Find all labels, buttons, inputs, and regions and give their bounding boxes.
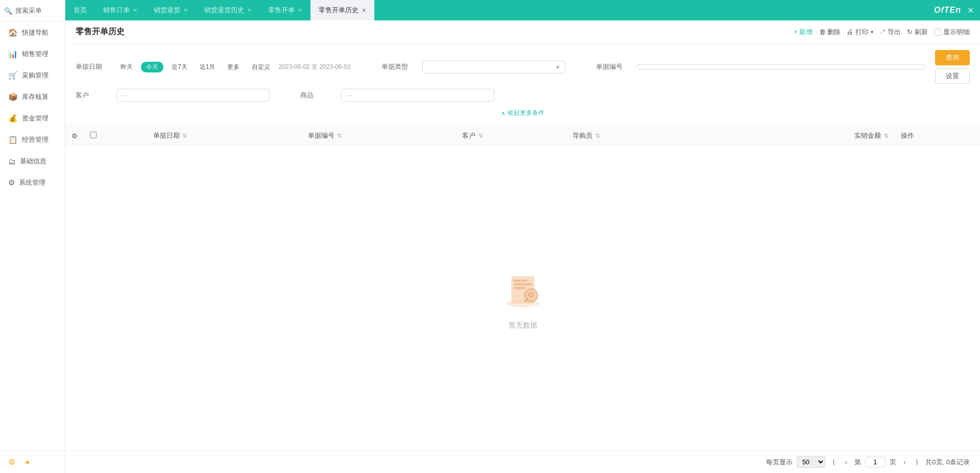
search-menu[interactable]: 🔍 搜索采单	[0, 0, 65, 22]
number-filter-input[interactable]	[637, 64, 925, 69]
total-label: 共0页, 0条记录	[925, 458, 970, 467]
prev-page-btn[interactable]: ‹	[842, 457, 850, 467]
query-button[interactable]: 查询	[935, 50, 970, 65]
tab-sales-order[interactable]: 销售订单✕	[95, 0, 146, 20]
display-detail-label: 显示明细	[943, 28, 970, 37]
collapse-filter-btn[interactable]: ∧ 收起更多条件	[76, 107, 970, 119]
goods-filter-input[interactable]: ···	[341, 89, 494, 102]
operations-icon: 📋	[8, 135, 18, 144]
sidebar-item-basic-info[interactable]: 🗂基础信息	[0, 151, 65, 172]
pagination: 每页显示 50 100 ⟨ ‹ 第 页 › ⟩ 共0页, 0条记录	[65, 451, 980, 473]
tab-close-sales-order[interactable]: ✕	[133, 7, 137, 14]
operations-label: 经营管理	[22, 135, 49, 144]
actions-col-label: 操作	[901, 132, 914, 139]
table-header-amount[interactable]: 实销金额 ⇅	[740, 126, 895, 146]
customer-col-label: 客户	[462, 132, 475, 139]
type-filter-select[interactable]: ▾	[422, 61, 565, 73]
delete-button[interactable]: 🗑 删除	[819, 28, 841, 37]
settings-bottom-icon[interactable]: ⚙	[8, 457, 15, 467]
table-header-actions: 操作	[895, 126, 980, 146]
table-header-settings[interactable]: ⚙	[65, 126, 84, 146]
table-header-date[interactable]: 单据日期 ⇅	[147, 126, 302, 146]
per-page-select[interactable]: 50 100	[797, 456, 825, 468]
page-label: 第	[854, 458, 861, 467]
date-sort-icon: ⇅	[182, 133, 187, 139]
guide-sort-icon: ⇅	[595, 133, 600, 139]
empty-state-icon	[500, 267, 546, 313]
tab-label-retail-open-history: 零售开单历史	[319, 6, 358, 15]
sidebar-item-purchase-mgmt[interactable]: 🛒采购管理	[0, 65, 65, 86]
date-filter-label: 单据日期	[76, 62, 106, 71]
date-btn-more[interactable]: 更多	[223, 62, 244, 72]
tab-retail-open[interactable]: 零售开单✕	[260, 0, 310, 20]
refresh-button[interactable]: ↻ 刷新	[907, 28, 928, 37]
system-icon: ⚙	[8, 178, 15, 187]
sidebar-item-quick-nav[interactable]: 🏠快捷导航	[0, 22, 65, 43]
tab-label-sales-return-history: 销货退货历史	[204, 6, 244, 15]
setting-button[interactable]: 设置	[935, 68, 970, 84]
search-menu-label: 搜索采单	[15, 6, 42, 15]
basic-info-label: 基础信息	[20, 157, 46, 166]
print-button[interactable]: 🖨 打印 ▾	[847, 28, 873, 37]
date-btn-7days[interactable]: 近7天	[168, 62, 192, 72]
goods-filter-label: 商品	[300, 91, 331, 100]
new-button[interactable]: + 新增	[794, 28, 812, 37]
sidebar-item-system[interactable]: ⚙系统管理	[0, 172, 65, 193]
type-filter-dropdown-icon: ▾	[556, 63, 560, 71]
svg-rect-2	[514, 280, 528, 282]
sidebar-bottom: ⚙ ◄	[0, 451, 65, 473]
table-header-number[interactable]: 单据编号 ⇅	[302, 126, 457, 146]
guide-col-label: 导购员	[572, 132, 592, 139]
first-page-btn[interactable]: ⟨	[829, 457, 838, 467]
sidebar-item-sales-mgmt[interactable]: 📊销售管理	[0, 43, 65, 65]
sidebar-item-inventory[interactable]: 📦库存核算	[0, 86, 65, 108]
collapse-label: 收起更多条件	[508, 109, 544, 117]
tab-home[interactable]: 首页	[65, 0, 95, 20]
sidebar-item-operations[interactable]: 📋经营管理	[0, 129, 65, 151]
amount-col-label: 实销金额	[854, 132, 881, 139]
number-sort-icon: ⇅	[337, 133, 342, 139]
inventory-icon: 📦	[8, 92, 18, 102]
page-input[interactable]	[865, 457, 886, 467]
date-btn-today[interactable]: 今天	[141, 62, 163, 72]
collapse-arrow-icon: ∧	[501, 110, 506, 117]
tab-retail-open-history[interactable]: 零售开单历史✕	[310, 0, 374, 20]
date-col-label: 单据日期	[153, 132, 180, 139]
sales-mgmt-label: 销售管理	[22, 49, 49, 59]
brand-logo: OfTEn	[934, 6, 961, 15]
sales-mgmt-icon: 📊	[8, 49, 18, 59]
tab-close-sales-return[interactable]: ✕	[183, 7, 188, 14]
collapse-sidebar-icon[interactable]: ◄	[23, 458, 30, 466]
data-table: ⚙ 单据日期 ⇅ 单据编号 ⇅ 客户 ⇅	[65, 126, 980, 146]
finance-icon: 💰	[8, 114, 18, 123]
table-settings-icon[interactable]: ⚙	[71, 132, 78, 140]
date-btn-custom[interactable]: 自定义	[248, 62, 274, 72]
date-btn-1month[interactable]: 近1月	[196, 62, 220, 72]
tab-bar: 首页销售订单✕销货退货✕销货退货历史✕零售开单✕零售开单历史✕ OfTEn ✕	[65, 0, 980, 20]
table-header-guide[interactable]: 导购员 ⇅	[566, 126, 699, 146]
tab-sales-return[interactable]: 销货退货✕	[146, 0, 196, 20]
display-detail-checkbox[interactable]: 显示明细	[934, 28, 970, 37]
goods-filter-dots: ···	[347, 91, 352, 99]
close-window-icon[interactable]: ✕	[967, 6, 974, 15]
new-label: + 新增	[794, 28, 812, 37]
last-page-btn[interactable]: ⟩	[913, 457, 921, 467]
tab-close-sales-return-history[interactable]: ✕	[247, 7, 252, 14]
tab-close-retail-open[interactable]: ✕	[298, 7, 302, 14]
customer-filter-dots: ···	[122, 91, 128, 99]
tab-close-retail-open-history[interactable]: ✕	[362, 7, 366, 14]
tab-sales-return-history[interactable]: 销货退货历史✕	[196, 0, 260, 20]
tab-label-sales-order: 销售订单	[103, 6, 130, 15]
date-btn-yesterday[interactable]: 昨天	[116, 62, 137, 72]
export-button[interactable]: ↗ 导出	[879, 28, 901, 37]
table-header-customer[interactable]: 客户 ⇅	[456, 126, 566, 146]
next-page-btn[interactable]: ›	[900, 457, 909, 467]
sidebar-item-finance[interactable]: 💰资金管理	[0, 108, 65, 129]
header-actions: + 新增 🗑 删除 🖨 打印 ▾ ↗ 导出 ↻ 刷新 显示明细	[794, 28, 970, 37]
select-all-checkbox[interactable]	[90, 132, 97, 138]
print-dropdown-icon: ▾	[871, 29, 873, 35]
page-header: 零售开单历史 + 新增 🗑 删除 🖨 打印 ▾ ↗ 导出 ↻ 刷新 显示明细	[65, 20, 980, 44]
inventory-label: 库存核算	[22, 92, 49, 102]
table-header-checkbox[interactable]	[84, 126, 147, 146]
customer-filter-input[interactable]: ···	[116, 89, 270, 102]
